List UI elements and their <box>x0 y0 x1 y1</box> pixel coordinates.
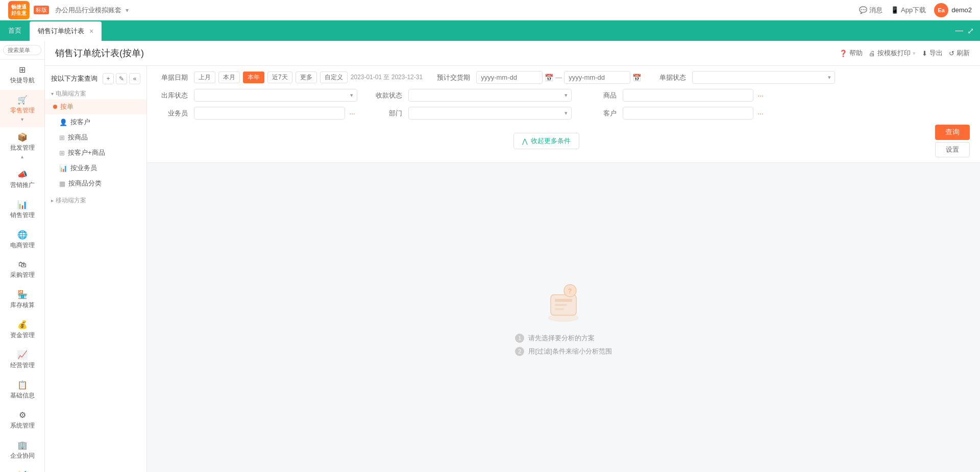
scheme-header-label: 按以下方案查询 <box>51 74 97 83</box>
status-select[interactable] <box>692 71 835 84</box>
inventory-icon: 🏪 <box>17 290 28 299</box>
sidebar-item-enterprise[interactable]: 🏢 企业协同 <box>0 435 44 465</box>
expected-date-start[interactable] <box>476 71 543 84</box>
salesman-more-icon[interactable]: ··· <box>347 109 357 117</box>
step-1-num: 1 <box>515 334 524 343</box>
sidebar-item-ecommerce[interactable]: 🌐 电商管理 <box>0 225 44 255</box>
scheme-collapse-btn[interactable]: « <box>129 73 140 84</box>
scheme-item-by-salesman[interactable]: 📊 按业务员 <box>45 160 146 176</box>
query-btns: 查询 设置 <box>935 125 970 157</box>
date-more-btn[interactable]: 更多 <box>296 72 317 83</box>
filter-bottom-row: ⋀ 收起更多条件 查询 设置 <box>157 125 970 157</box>
customer-input[interactable] <box>623 107 753 120</box>
scheme-header-icons: + ✎ « <box>103 73 140 84</box>
settings-btn[interactable]: 设置 <box>935 142 970 157</box>
refresh-btn[interactable]: ↺ 刷新 <box>949 49 970 58</box>
sidebar-item-retail[interactable]: 🛒 零售管理 ▾ <box>0 90 44 127</box>
download-btn[interactable]: 📱 App下载 <box>891 6 926 15</box>
search-input[interactable] <box>3 45 41 55</box>
dept-wrap: ▾ <box>408 107 572 120</box>
scheme-item-by-category[interactable]: ▦ 按商品分类 <box>45 176 146 191</box>
collapse-btn[interactable]: ⋀ 收起更多条件 <box>513 133 579 149</box>
status-select-wrap: ▾ <box>692 71 835 84</box>
tab-close-icon[interactable]: × <box>89 27 93 35</box>
tab-minimize-icon[interactable]: — <box>955 26 963 36</box>
scheme-item-by-cust-prod[interactable]: ⊞ 按客户+商品 <box>45 145 146 160</box>
expected-date-end[interactable] <box>564 71 630 84</box>
badge: 标版 <box>34 6 49 14</box>
cal-end-icon[interactable]: 📅 <box>632 74 641 82</box>
sidebar-item-marketing[interactable]: 📣 营销推广 <box>0 164 44 195</box>
tab-maximize-icon[interactable]: ⤢ <box>967 26 974 36</box>
tab-bar-right: — ⤢ <box>955 26 974 36</box>
salesman-scheme-icon: 📊 <box>59 164 67 172</box>
section-expand-icon: ▾ <box>51 91 54 97</box>
date-last7-btn[interactable]: 近7天 <box>267 72 292 83</box>
date-label: 单据日期 <box>157 73 188 82</box>
date-this-month-btn[interactable]: 本月 <box>218 72 240 83</box>
sidebar-item-operation[interactable]: 📈 经营管理 <box>0 345 44 375</box>
active-indicator <box>53 105 57 109</box>
out-status-select[interactable] <box>194 89 357 102</box>
scheme-section-mobile: ▸ 移动端方案 <box>45 194 146 206</box>
product-input[interactable] <box>623 89 753 102</box>
collapse-up-icon: ⋀ <box>522 137 528 145</box>
main-layout: ⊞ 快捷导航 🛒 零售管理 ▾ 📦 批发管理 ▴ 📣 营销推广 📊 销售管理 🌐… <box>0 41 980 472</box>
sidebar-item-quick-nav[interactable]: ⊞ 快捷导航 <box>0 60 44 90</box>
sidebar-item-system[interactable]: ⚙ 系统管理 <box>0 405 44 435</box>
app-title-dropdown[interactable]: ▾ <box>126 7 129 14</box>
svg-rect-4 <box>555 308 564 310</box>
scheme-edit-btn[interactable]: ✎ <box>116 73 127 84</box>
sidebar-item-wholesale[interactable]: 📦 批发管理 ▴ <box>0 127 44 164</box>
svg-text:?: ? <box>568 288 572 295</box>
page-header: 销售订单统计表(按单) ❓ 帮助 🖨 按模板打印 ▾ ⬇ 导出 ↺ 刷新 <box>45 41 980 66</box>
operation-icon: 📈 <box>17 350 28 360</box>
filter-row-3: 业务员 ··· 部门 ▾ 客户 <box>157 107 970 120</box>
query-btn[interactable]: 查询 <box>935 125 970 140</box>
top-bar-right: 💬 消息 📱 App下载 Ea demo2 <box>859 3 972 17</box>
print-icon: 🖨 <box>869 50 875 57</box>
sidebar-item-sales[interactable]: 📊 销售管理 <box>0 195 44 225</box>
tab-home[interactable]: 首页 <box>0 20 30 41</box>
receipt-status-label: 收款状态 <box>372 91 402 100</box>
user-profile[interactable]: Ea demo2 <box>934 3 972 17</box>
help-btn[interactable]: ❓ 帮助 <box>839 49 863 58</box>
customer-more-icon[interactable]: ··· <box>755 109 766 117</box>
date-last-month-btn[interactable]: 上月 <box>194 72 215 83</box>
receipt-status-select[interactable] <box>408 89 572 102</box>
filter-section: 单据日期 上月 本月 本年 近7天 更多 自定义 2023-01-01 至 20… <box>147 66 980 163</box>
print-dropdown-icon: ▾ <box>913 50 916 57</box>
sidebar-item-finance[interactable]: 💰 资金管理 <box>0 315 44 345</box>
salesman-input[interactable] <box>194 107 345 120</box>
scheme-panel: 按以下方案查询 + ✎ « ▾ <box>45 66 147 472</box>
product-more-icon[interactable]: ··· <box>755 91 766 100</box>
sidebar-item-purchase[interactable]: 🛍 采购管理 <box>0 255 44 285</box>
scheme-item-by-order[interactable]: 按单 <box>45 99 146 114</box>
template-print-btn[interactable]: 🖨 按模板打印 ▾ <box>869 49 916 58</box>
sidebar-item-basic[interactable]: 📋 基础信息 <box>0 375 44 405</box>
dept-select[interactable] <box>408 107 572 120</box>
date-custom-btn[interactable]: 自定义 <box>320 72 348 83</box>
export-btn[interactable]: ⬇ 导出 <box>922 49 943 58</box>
salesman-label: 业务员 <box>157 109 188 118</box>
retail-icon: 🛒 <box>17 95 28 105</box>
date-this-year-btn[interactable]: 本年 <box>243 72 264 83</box>
empty-steps: 1 请先选择要分析的方案 2 用[过滤]条件来缩小分析范围 <box>515 334 611 356</box>
scheme-header: 按以下方案查询 + ✎ « <box>45 70 146 87</box>
cal-start-icon[interactable]: 📅 <box>545 74 553 82</box>
sidebar-item-newbie[interactable]: 🔰 新手引导 <box>0 465 44 472</box>
tab-order-stat[interactable]: 销售订单统计表 × <box>30 21 102 41</box>
ecommerce-icon: 🌐 <box>17 230 28 240</box>
empty-step-1: 1 请先选择要分析的方案 <box>515 334 611 343</box>
message-btn[interactable]: 💬 消息 <box>859 6 883 15</box>
refresh-icon: ↺ <box>949 50 954 57</box>
scheme-item-by-customer[interactable]: 👤 按客户 <box>45 114 146 130</box>
scheme-add-btn[interactable]: + <box>103 73 114 84</box>
sidebar-item-inventory[interactable]: 🏪 库存核算 <box>0 285 44 315</box>
customer-scheme-icon: 👤 <box>59 119 67 126</box>
scheme-edit-icon: ✎ <box>119 75 124 82</box>
app-title: 办公用品行业模拟账套 <box>55 6 121 15</box>
product-field-wrap: ··· <box>623 89 766 102</box>
scheme-item-by-product[interactable]: ⊞ 按商品 <box>45 130 146 145</box>
inner-layout: 按以下方案查询 + ✎ « ▾ <box>45 66 980 472</box>
